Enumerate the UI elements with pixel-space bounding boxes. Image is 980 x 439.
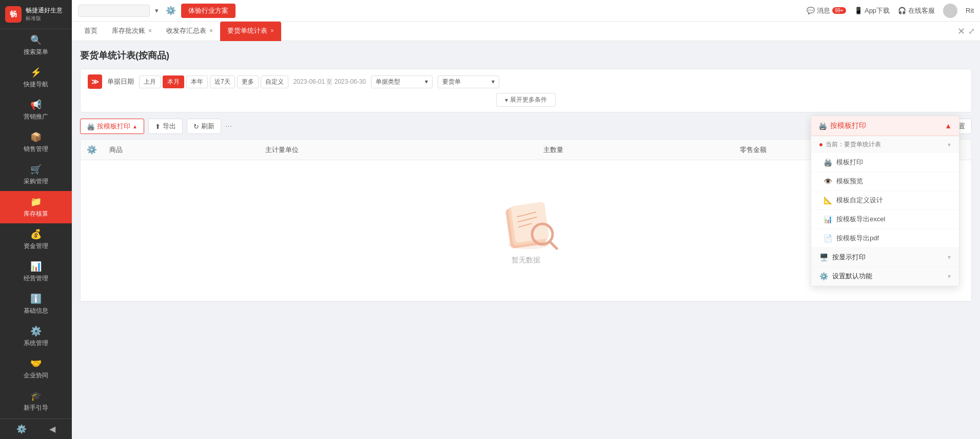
svg-rect-3	[511, 202, 549, 243]
sidebar-item-search[interactable]: 🔍 搜索菜单	[0, 29, 72, 62]
display-print-chevron: ▾	[948, 254, 951, 261]
topbar-dropdown-chevron[interactable]: ▾	[155, 7, 159, 14]
sidebar-item-label: 采购管理	[24, 177, 48, 186]
export-btn[interactable]: ⬆ 导出	[148, 119, 183, 134]
app-download-icon: 📱	[854, 7, 863, 14]
sidebar-item-quicknav[interactable]: ⚡ 快捷导航	[0, 62, 72, 94]
export-icon: ⬆	[155, 123, 161, 130]
sidebar-item-purchase[interactable]: 🛒 采购管理	[0, 159, 72, 191]
filter-goods-select[interactable]: 要货单 ▾	[438, 75, 499, 88]
refresh-btn[interactable]: ↻ 刷新	[187, 119, 221, 134]
sidebar-item-sales[interactable]: 📦 销售管理	[0, 126, 72, 159]
print-template-item-left: 🖨️ 模板打印	[824, 158, 863, 167]
tab-inventory-batch-label: 库存批次账	[112, 26, 145, 35]
filter-expand-more-label: 展开更多条件	[510, 96, 547, 104]
filter-date-label: 单据日期	[107, 77, 134, 86]
sidebar-item-finance[interactable]: 💰 资金管理	[0, 223, 72, 256]
tab-home[interactable]: 首页	[77, 22, 105, 41]
topbar-search-input[interactable]	[78, 5, 150, 17]
topbar-gear-icon[interactable]: ⚙️	[166, 6, 176, 15]
app-name: 畅捷通好生意	[26, 7, 63, 15]
tab-summary[interactable]: 收发存汇总表 ×	[159, 22, 220, 41]
th-unit: 主计量单位	[259, 140, 537, 160]
topbar-messages[interactable]: 💬 消息 99+	[807, 6, 846, 15]
sales-icon: 📦	[30, 131, 42, 143]
sidebar-item-management[interactable]: 📊 经营管理	[0, 256, 72, 288]
export-excel-label: 按模板导出excel	[836, 215, 885, 224]
main-area: ▾ ⚙️ 体验行业方案 💬 消息 99+ 📱 App下载 🎧 在线客服 Rit …	[72, 0, 980, 439]
sidebar-item-basic[interactable]: ℹ️ 基础信息	[0, 288, 72, 320]
topbar: ▾ ⚙️ 体验行业方案 💬 消息 99+ 📱 App下载 🎧 在线客服 Rit	[72, 0, 980, 22]
th-settings: ⚙️	[81, 140, 103, 160]
filter-expand-more-btn[interactable]: ▾ 展开更多条件	[496, 93, 556, 107]
print-custom-design-item[interactable]: 📐 模板自定义设计	[811, 191, 959, 210]
print-preview-item-left: 👁️ 模板预览	[824, 177, 863, 186]
tab-inventory-batch[interactable]: 库存批次账 ×	[105, 22, 159, 41]
table-settings-icon[interactable]: ⚙️	[87, 145, 97, 154]
tab-summary-close[interactable]: ×	[209, 27, 213, 34]
filter-date-this-year[interactable]: 本年	[186, 75, 208, 88]
tab-inventory-batch-close[interactable]: ×	[148, 27, 152, 34]
template-print-label: 模板打印	[836, 158, 863, 167]
empty-illustration	[500, 196, 552, 247]
template-print-icon: 🖨️	[824, 158, 832, 166]
display-print-item[interactable]: 🖥️ 按显示打印 ▾	[811, 248, 959, 267]
filter-expand-icon[interactable]: ≫	[88, 74, 102, 89]
print-custom-item-left: 📐 模板自定义设计	[824, 196, 883, 205]
system-icon: ⚙️	[30, 326, 42, 337]
sidebar-item-label: 快捷导航	[24, 80, 48, 89]
export-label: 导出	[163, 122, 176, 131]
print-pdf-item-left: 📄 按模板导出pdf	[824, 234, 879, 243]
print-dropdown-close-btn[interactable]: ▲	[945, 122, 952, 130]
filter-date-7days[interactable]: 近7天	[210, 75, 235, 88]
topbar-online-service[interactable]: 🎧 在线客服	[898, 6, 935, 15]
template-design-icon: 📐	[824, 196, 832, 204]
messages-label: 消息	[817, 6, 830, 15]
display-print-left: 🖥️ 按显示打印	[819, 253, 866, 262]
tabbar-close-all-btn[interactable]: ✕	[957, 26, 965, 37]
sidebar-settings-btn[interactable]: ⚙️	[16, 424, 27, 434]
print-template-btn[interactable]: 🖨️ 按模板打印 ▲	[80, 119, 144, 134]
print-dropdown-title-text: 按模板打印	[830, 121, 866, 130]
tabbar-expand-btn[interactable]: ⤢	[968, 26, 975, 36]
sidebar-item-system[interactable]: ⚙️ 系统管理	[0, 320, 72, 353]
filter-type-chevron: ▾	[425, 78, 428, 85]
app-name-block: 畅捷通好生意 标准版	[26, 7, 63, 22]
print-dropdown-panel: 🖨️ 按模板打印 ▲ 当前：要货单统计表 ▾ 🖨️ 模板打印 👁️	[811, 116, 959, 287]
quicknav-icon: ⚡	[30, 67, 42, 78]
filter-date-this-month[interactable]: 本月	[163, 75, 184, 88]
sidebar-item-guide[interactable]: 🎓 新手引导	[0, 385, 72, 417]
th-qty: 主数量	[537, 140, 734, 160]
tab-order-stats[interactable]: 要货单统计表 ×	[220, 22, 281, 41]
app-version: 标准版	[26, 15, 63, 22]
print-export-pdf-item[interactable]: 📄 按模板导出pdf	[811, 229, 959, 248]
sidebar-scroll: 🔍 搜索菜单 ⚡ 快捷导航 📢 营销推广 📦 销售管理 🛒 采购管理 📁 库存核…	[0, 29, 72, 418]
tabbar-controls: ✕ ⤢	[957, 26, 975, 37]
filter-date-group: 上月 本月 本年 近7天 更多 自定义	[139, 75, 288, 88]
default-function-item[interactable]: ⚙️ 设置默认功能 ▾	[811, 267, 959, 286]
export-pdf-icon: 📄	[824, 234, 832, 242]
sidebar-item-inventory[interactable]: 📁 库存核算	[0, 191, 72, 223]
tab-order-stats-close[interactable]: ×	[270, 27, 274, 34]
user-avatar[interactable]	[943, 4, 957, 18]
toolbar-more-btn[interactable]: ···	[225, 122, 232, 131]
online-service-icon: 🎧	[898, 7, 906, 14]
print-export-excel-item[interactable]: 📊 按模板导出excel	[811, 210, 959, 229]
sidebar-item-marketing[interactable]: 📢 营销推广	[0, 94, 72, 126]
filter-date-prev-month[interactable]: 上月	[139, 75, 161, 88]
filter-date-more[interactable]: 更多	[237, 75, 259, 88]
sidebar-collapse-btn[interactable]: ◀	[49, 424, 55, 434]
filter-date-custom[interactable]: 自定义	[261, 75, 288, 88]
trial-btn[interactable]: 体验行业方案	[181, 4, 236, 18]
username-label: Rit	[966, 7, 974, 14]
topbar-app-download[interactable]: 📱 App下载	[854, 6, 890, 15]
print-current-text: 当前：要货单统计表	[826, 140, 881, 149]
print-preview-item[interactable]: 👁️ 模板预览	[811, 172, 959, 191]
display-print-icon: 🖥️	[819, 253, 828, 261]
print-template-item[interactable]: 🖨️ 模板打印	[811, 153, 959, 172]
sidebar-item-enterprise[interactable]: 🤝 企业协同	[0, 353, 72, 385]
filter-type-select[interactable]: 单据类型 ▾	[371, 75, 433, 88]
print-current-label: 当前：要货单统计表 ▾	[811, 136, 959, 153]
sidebar-item-appstore[interactable]: 🏪 应用中心	[0, 417, 72, 418]
sidebar: 畅 畅捷通好生意 标准版 🔍 搜索菜单 ⚡ 快捷导航 📢 营销推广 📦 销售管理…	[0, 0, 72, 439]
